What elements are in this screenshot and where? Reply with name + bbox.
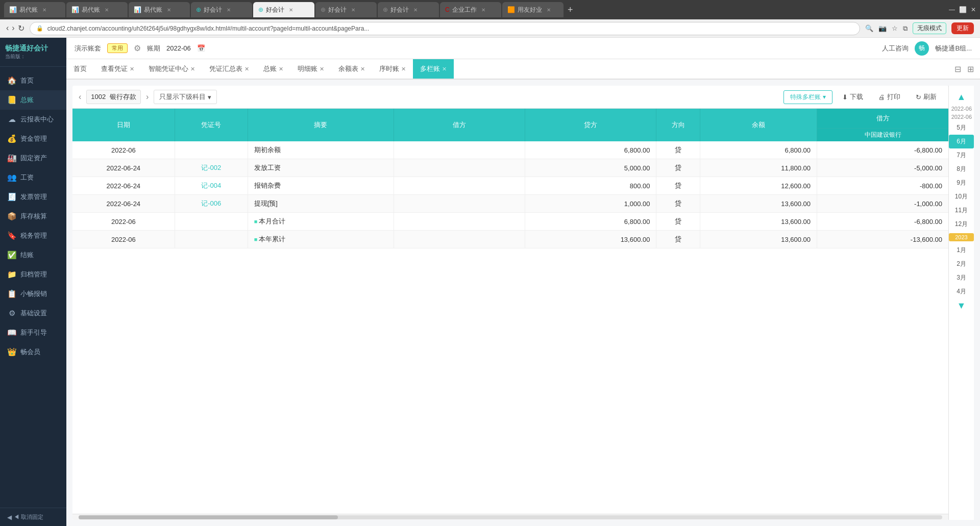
sidebar-item-settings[interactable]: ⚙ 基础设置 [0, 304, 66, 323]
camera-icon[interactable]: 📷 [878, 24, 887, 32]
tab-multi-column[interactable]: 多栏账 ✕ [413, 59, 454, 80]
cal-month-4[interactable]: 4月 [949, 285, 974, 298]
download-button[interactable]: ⬇ 下载 [837, 90, 869, 104]
expand-tabs-button[interactable]: ⊞ [965, 62, 976, 76]
sidebar-item-home[interactable]: 🏠 首页 [0, 71, 66, 90]
search-icon[interactable]: 🔍 [865, 24, 873, 32]
next-account-button[interactable]: › [146, 92, 149, 102]
calendar-icon[interactable]: 📅 [197, 44, 205, 52]
tab-close-4[interactable]: ✕ [227, 7, 231, 13]
settings-icon[interactable]: ⚙ [134, 43, 141, 53]
cal-month-11[interactable]: 11月 [949, 204, 974, 217]
tab-yonyou[interactable]: 🟧 用友好业 ✕ [502, 2, 564, 17]
tab-yidaizhang-2[interactable]: 📊 易代账 ✕ [66, 2, 128, 17]
cal-month-9[interactable]: 9月 [949, 176, 974, 190]
back-button[interactable]: ‹ [6, 23, 9, 33]
tab-haohuiji-1[interactable]: ⊕ 好会计 ✕ [191, 2, 252, 17]
extension-icon[interactable]: ⧉ [903, 24, 908, 33]
sidebar-item-guide[interactable]: 📖 新手引导 [0, 323, 66, 342]
cal-month-6[interactable]: 6月 [949, 135, 974, 148]
sidebar-item-archive[interactable]: 📁 归档管理 [0, 265, 66, 284]
cal-month-3[interactable]: 3月 [949, 271, 974, 285]
tab-voucher-close[interactable]: ✕ [130, 66, 134, 72]
cal-month-10[interactable]: 10月 [949, 190, 974, 204]
tab-voucher-summary[interactable]: 凭证汇总表 ✕ [202, 59, 256, 80]
star-icon[interactable]: ☆ [892, 24, 898, 32]
update-button[interactable]: 更新 [951, 22, 974, 34]
demo-badge[interactable]: 常用 [107, 43, 128, 53]
tab-close-7[interactable]: ✕ [413, 7, 418, 13]
sidebar-item-tax[interactable]: 🔖 税务管理 [0, 226, 66, 245]
tab-smart-voucher[interactable]: 智能凭证中心 ✕ [141, 59, 202, 80]
prev-account-button[interactable]: ‹ [79, 92, 81, 102]
voucher-link[interactable]: 记-004 [201, 182, 221, 189]
sidebar-item-assets[interactable]: 🏭 固定资产 [0, 148, 66, 168]
new-tab-button[interactable]: + [565, 5, 576, 15]
calendar-down-button[interactable]: ▼ [955, 298, 968, 313]
tab-summary-close[interactable]: ✕ [244, 66, 249, 72]
tab-chrono[interactable]: 序时账 ✕ [372, 59, 413, 80]
cell-voucher[interactable]: 记-006 [175, 195, 248, 213]
sidebar-item-finance[interactable]: 💰 资金管理 [0, 129, 66, 148]
tab-home[interactable]: 首页 [66, 59, 94, 80]
tab-detail[interactable]: 明细账 ✕ [290, 59, 331, 80]
refresh-button[interactable]: ↻ 刷新 [910, 90, 942, 104]
collapse-sidebar-button[interactable]: ◀ ◀ 取消固定 [0, 508, 66, 526]
tab-smart-close[interactable]: ✕ [190, 66, 195, 72]
tab-general-ledger[interactable]: 总账 ✕ [256, 59, 290, 80]
tab-general-close[interactable]: ✕ [279, 66, 283, 72]
tab-balance[interactable]: 余额表 ✕ [331, 59, 372, 80]
consult-button[interactable]: 人工咨询 [882, 44, 909, 53]
sidebar-item-member[interactable]: 👑 畅会员 [0, 342, 66, 362]
tab-haohuiji-4[interactable]: ⊕ 好会计 ✕ [378, 2, 439, 17]
cal-month-2[interactable]: 2月 [949, 257, 974, 271]
cal-month-7[interactable]: 7月 [949, 148, 974, 162]
close-icon[interactable]: ✕ [971, 6, 976, 13]
bottom-scrollbar[interactable] [72, 514, 948, 520]
tab-chrono-close[interactable]: ✕ [401, 66, 406, 72]
forward-button[interactable]: › [12, 23, 14, 33]
maximize-icon[interactable]: ⬜ [959, 6, 967, 13]
tab-close-6[interactable]: ✕ [351, 7, 355, 13]
tab-yidaizhang-1[interactable]: 📊 易代账 ✕ [4, 2, 65, 17]
sidebar-item-expense[interactable]: 📋 小畅报销 [0, 284, 66, 304]
sidebar-item-ledger[interactable]: 📒 总账 [0, 90, 66, 110]
tab-voucher[interactable]: 查看凭证 ✕ [94, 59, 141, 80]
cal-month-8[interactable]: 8月 [949, 162, 974, 176]
tab-close-9[interactable]: ✕ [547, 7, 551, 13]
multi-column-button[interactable]: 特殊多栏账 ▾ [783, 90, 832, 104]
cal-month-1[interactable]: 1月 [949, 243, 974, 257]
collapse-tabs-button[interactable]: ⊟ [952, 62, 963, 76]
voucher-link[interactable]: 记-006 [201, 199, 221, 207]
calendar-up-button[interactable]: ▲ [955, 90, 968, 105]
sidebar-item-invoice[interactable]: 🧾 发票管理 [0, 187, 66, 207]
tab-multi-close[interactable]: ✕ [442, 66, 447, 72]
user-name[interactable]: 畅捷通B组... [935, 44, 972, 53]
voucher-link[interactable]: 记-002 [201, 164, 221, 171]
scroll-thumb[interactable] [79, 515, 338, 519]
minimize-icon[interactable]: — [949, 6, 955, 13]
sidebar-item-payroll[interactable]: 👥 工资 [0, 168, 66, 187]
tab-detail-close[interactable]: ✕ [320, 66, 324, 72]
tab-balance-close[interactable]: ✕ [360, 66, 365, 72]
sidebar-item-closing[interactable]: ✅ 结账 [0, 245, 66, 265]
cal-month-12[interactable]: 12月 [949, 217, 974, 231]
tab-haohuiji-3[interactable]: ⊕ 好会计 ✕ [315, 2, 377, 17]
tab-close-3[interactable]: ✕ [167, 7, 171, 13]
tab-enterprise[interactable]: C 企业工作 ✕ [440, 2, 501, 17]
tab-close-1[interactable]: ✕ [42, 7, 46, 13]
url-bar[interactable]: 🔒 cloud2.chanjet.com/accounting/uh26t264… [30, 22, 860, 35]
tab-close-2[interactable]: ✕ [105, 7, 109, 13]
subcategory-filter-button[interactable]: 只显示下级科目 ▾ [154, 90, 217, 104]
tab-haohuiji-2[interactable]: ⊕ 好会计 ✕ [253, 2, 314, 17]
print-button[interactable]: 🖨 打印 [873, 90, 906, 104]
tab-close-5[interactable]: ✕ [289, 7, 293, 13]
tab-close-8[interactable]: ✕ [481, 7, 485, 13]
sidebar-item-inventory[interactable]: 📦 库存核算 [0, 207, 66, 226]
cell-voucher[interactable]: 记-002 [175, 159, 248, 177]
tab-yidaizhang-3[interactable]: 📊 易代账 ✕ [129, 2, 190, 17]
cell-voucher[interactable]: 记-004 [175, 177, 248, 195]
sidebar-item-reports[interactable]: ☁ 云报表中心 [0, 110, 66, 129]
incognito-button[interactable]: 无痕模式 [913, 22, 946, 34]
cal-month-5[interactable]: 5月 [949, 121, 974, 135]
